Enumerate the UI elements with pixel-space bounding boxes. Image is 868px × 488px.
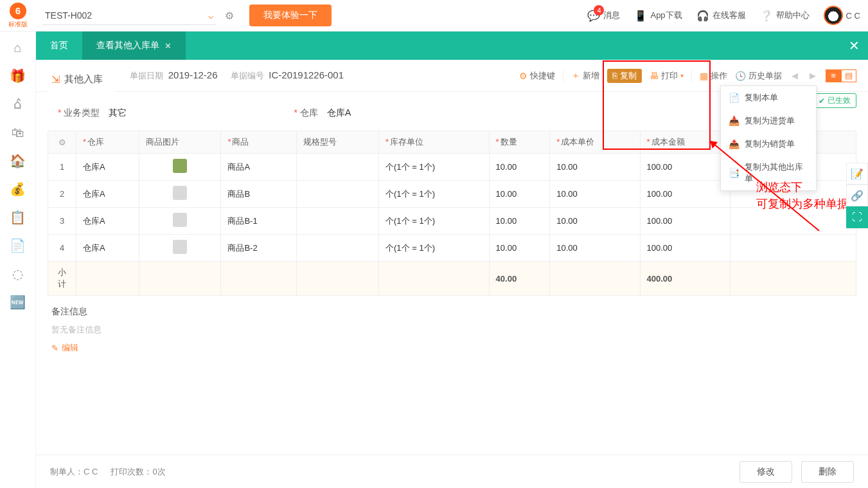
nav-home-icon[interactable]: ⌂	[11, 41, 25, 55]
tab-close-icon[interactable]: ✕	[164, 41, 172, 51]
messages-badge: 4	[594, 5, 604, 15]
app-download-link[interactable]: 📱 App下载	[634, 10, 682, 22]
user-menu[interactable]: C C	[824, 6, 860, 25]
org-name: TEST-H002	[45, 10, 208, 21]
help-label: 帮助中心	[776, 10, 810, 21]
tab-view-label: 查看其他入库单	[96, 40, 159, 51]
help-icon: ❔	[760, 10, 773, 22]
headset-icon: 🎧	[696, 10, 709, 22]
support-link[interactable]: 🎧 在线客服	[696, 10, 746, 22]
messages-link[interactable]: 💬 消息 4	[587, 10, 620, 22]
user-name: C C	[846, 11, 860, 21]
logo[interactable]: 6 标准版	[0, 3, 36, 29]
tab-home[interactable]: 首页	[36, 32, 82, 60]
chevron-down-icon: ⌵	[208, 10, 213, 21]
app-download-label: App下载	[650, 10, 682, 21]
tabbar-close-button[interactable]: ✕	[840, 32, 868, 60]
tab-view-inbound[interactable]: 查看其他入库单 ✕	[82, 32, 186, 60]
phone-icon: 📱	[634, 10, 647, 22]
settings-icon[interactable]: ⚙	[225, 10, 234, 22]
messages-label: 消息	[603, 10, 620, 21]
try-button[interactable]: 我要体验一下	[249, 5, 332, 26]
support-label: 在线客服	[713, 10, 746, 21]
help-link[interactable]: ❔ 帮助中心	[760, 10, 810, 22]
avatar	[824, 6, 843, 25]
logo-label: 标准版	[8, 20, 28, 29]
org-selector[interactable]: TEST-H002 ⌵	[42, 6, 216, 25]
